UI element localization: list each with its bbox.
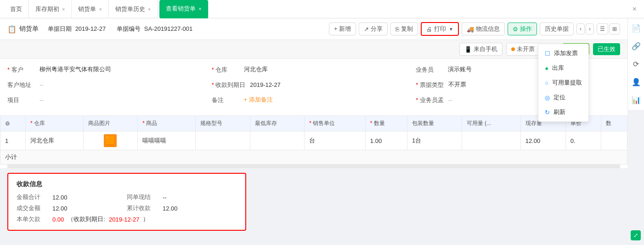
owed-note: （收款到期日: xyxy=(68,215,105,223)
subtotal-row: 小计 xyxy=(0,150,627,165)
dropdown-available-qty[interactable]: ○ 可用量提取 xyxy=(538,75,588,90)
ticket-group: 票据类型 不开票 xyxy=(416,80,620,90)
row-product: 嘻嘻嘻嘻 xyxy=(138,131,196,150)
address-label: 客户地址 xyxy=(7,81,35,89)
logistics-button[interactable]: 🚚 物流信息 xyxy=(462,23,505,35)
warehouse-group: 仓库 河北仓库 xyxy=(212,64,416,75)
col-product: 商品 xyxy=(138,116,196,131)
right-sidebar: 📄 🔗 ⟳ 👤 📊 xyxy=(627,18,644,110)
col-gear: ⚙ xyxy=(0,116,26,131)
owed-label: 本单欠款 xyxy=(17,215,49,223)
tab-close-sales[interactable]: × xyxy=(99,6,102,12)
history-button[interactable]: 历史单据 xyxy=(540,23,574,35)
due-date-value: 2019-12-27 xyxy=(248,80,303,90)
warehouse-value: 河北仓库 xyxy=(242,64,297,75)
tab-close-history[interactable]: × xyxy=(148,6,151,12)
print-button[interactable]: 🖨 打印 ▼ xyxy=(421,22,459,36)
orange-dot-icon xyxy=(511,47,515,51)
tab-sales-order[interactable]: 销货单 × xyxy=(72,0,108,18)
payment-info: 收款信息 金额合计 12.00 同单现结 -- 成交金额 12.00 累计收款 … xyxy=(7,173,246,231)
cumulative-label: 累计收款 xyxy=(127,204,159,212)
table-wrapper: ⚙ 仓库 商品图片 商品 规格型号 最低库存 销售单位 数量 包装数量 可用量 … xyxy=(0,115,627,168)
doc-date: 单据日期 2019-12-27 xyxy=(46,25,106,33)
doc-number: 单据编号 SA-20191227-001 xyxy=(115,25,192,33)
row-min-stock xyxy=(250,131,305,150)
list-view-button[interactable]: ☰ xyxy=(597,23,608,34)
expand-button[interactable]: ⤢ xyxy=(631,230,641,235)
next-button[interactable]: › xyxy=(586,23,594,34)
col-min-stock: 最低库存 xyxy=(250,116,305,131)
tab-sales-history[interactable]: 销货单历史 × xyxy=(109,0,158,18)
row-available xyxy=(462,131,520,150)
sidebar-link-icon[interactable]: 🔗 xyxy=(630,40,643,52)
view-buttons: ☰ ⊞ xyxy=(597,23,620,34)
dropdown-locate[interactable]: ◎ 定位 xyxy=(538,90,588,105)
customer-group: 客户 柳州粤港平安气体有限公司 xyxy=(7,64,212,75)
dropdown-refresh[interactable]: ↻ 刷新 xyxy=(538,105,588,120)
ticket-value: 不开票 xyxy=(446,80,502,90)
row-stock: 12.00 xyxy=(520,131,565,150)
grid-view-button[interactable]: ⊞ xyxy=(609,23,620,34)
doc-header: 📋 销货单 单据日期 2019-12-27 单据编号 SA-20191227-0… xyxy=(0,18,627,40)
operate-button[interactable]: ⚙ 操作 xyxy=(508,23,537,35)
tab-home[interactable]: 首页 xyxy=(4,0,29,18)
row-img: 🟧 xyxy=(83,131,138,150)
phone-icon: 📱 xyxy=(464,46,472,53)
sidebar-refresh-icon[interactable]: ⟳ xyxy=(631,58,641,70)
staff-value: 演示账号 xyxy=(446,64,501,75)
row-qty: 1.00 xyxy=(365,131,407,150)
deal-amount-label: 成交金额 xyxy=(17,204,49,212)
form-row-1: 客户 柳州粤港平安气体有限公司 仓库 河北仓库 业务员 演示账号 xyxy=(7,64,620,75)
copy-button[interactable]: ⎘ 复制 xyxy=(390,23,418,35)
sales-staff2-group: 业务员孟 -- xyxy=(416,96,620,105)
refresh-icon: ↻ xyxy=(545,109,550,116)
invoice-icon: ☐ xyxy=(545,50,550,57)
available-icon: ○ xyxy=(545,80,548,86)
row-amount xyxy=(601,131,627,150)
doc-title: 📋 销货单 xyxy=(7,25,39,34)
row-warehouse: 河北仓库 xyxy=(26,131,84,150)
share-button[interactable]: ↗ 分享 xyxy=(359,23,388,35)
project-group: 项目 -- xyxy=(7,96,212,105)
add-button[interactable]: + 新增 xyxy=(329,23,356,35)
form-row-2: 客户地址 -- 收款到期日 2019-12-27 票据类型 不开票 xyxy=(7,80,620,90)
due-date-label: 收款到期日 xyxy=(212,81,246,89)
dropdown-add-invoice[interactable]: ☐ 添加发票 xyxy=(538,46,588,61)
tab-bar: 首页 库存期初 × 销货单 × 销货单历史 × 查看销货单 × × xyxy=(0,0,644,18)
tab-close-inventory[interactable]: × xyxy=(62,6,65,12)
sidebar-user-icon[interactable]: 👤 xyxy=(630,76,643,88)
print-icon: 🖨 xyxy=(426,26,432,33)
warehouse-label: 仓库 xyxy=(212,66,239,74)
tab-close-view[interactable]: × xyxy=(198,6,201,11)
doc-type-icon: 📋 xyxy=(7,25,17,34)
owed-value: 0.00 xyxy=(52,216,64,223)
nav-arrows: ‹ › xyxy=(576,23,594,34)
from-phone-button[interactable]: 📱 来自手机 xyxy=(459,43,503,56)
sidebar-chart-icon[interactable]: 📊 xyxy=(630,94,643,106)
dropdown-out-warehouse[interactable]: ● 出库 xyxy=(538,61,588,75)
col-img: 商品图片 xyxy=(83,116,138,131)
due-date-group: 收款到期日 2019-12-27 xyxy=(212,80,416,90)
row-spec xyxy=(195,131,250,150)
print-dropdown-arrow[interactable]: ▼ xyxy=(449,27,453,32)
customer-label: 客户 xyxy=(7,66,35,74)
tab-view-sales-order[interactable]: 查看销货单 × xyxy=(159,0,208,18)
add-remark-button[interactable]: + 添加备注 xyxy=(242,95,297,105)
ticket-label: 票据类型 xyxy=(416,81,444,89)
cumulative-value: 12.00 xyxy=(163,205,178,212)
address-group: 客户地址 -- xyxy=(7,80,212,90)
col-pack-qty: 包装数量 xyxy=(407,116,462,131)
prev-button[interactable]: ‹ xyxy=(576,23,585,34)
remark-label: 备注 xyxy=(212,96,239,104)
row-seq: 1 xyxy=(0,131,26,150)
sidebar-doc-icon[interactable]: 📄 xyxy=(630,22,643,34)
not-open-button[interactable]: 未开票 xyxy=(506,43,540,56)
gear-settings-icon[interactable]: ⚙ xyxy=(5,120,10,127)
effective-status-button[interactable]: 已生效 xyxy=(593,43,620,55)
window-close-button[interactable]: × xyxy=(629,5,640,13)
truck-icon: 🚚 xyxy=(467,26,474,33)
tab-inventory-init[interactable]: 库存期初 × xyxy=(29,0,72,18)
doc-actions: + 新增 ↗ 分享 ⎘ 复制 🖨 打印 ▼ 🚚 物流信息 ⚙ 操作 xyxy=(329,22,620,36)
table-scrollbar[interactable] xyxy=(7,165,620,168)
operate-dropdown: ☐ 添加发票 ● 出库 ○ 可用量提取 ◎ 定位 ↻ 刷新 xyxy=(538,44,589,122)
